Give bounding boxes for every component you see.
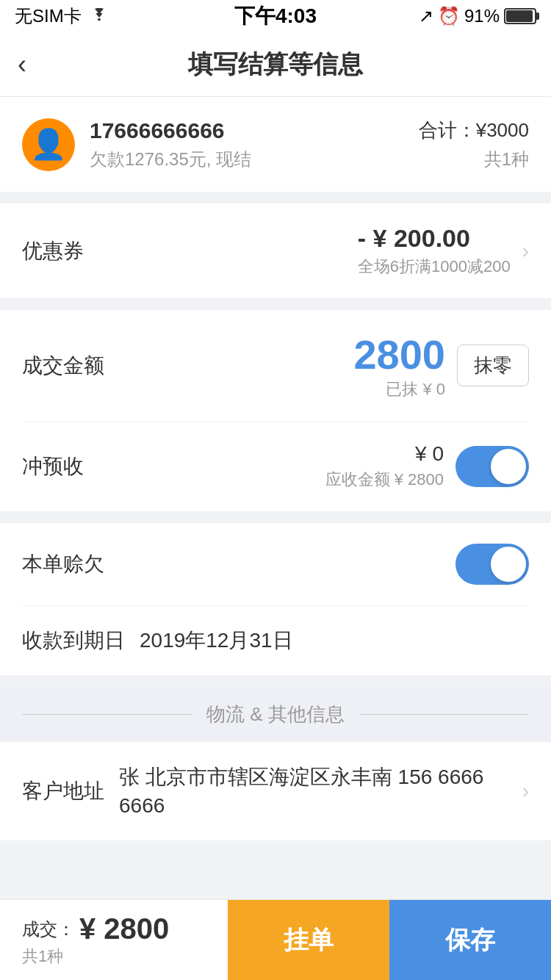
bottom-total-label: 成交： ¥ 2800 [22,912,206,945]
bottom-total: 成交： ¥ 2800 共1种 [0,912,228,968]
prepaid-row: 冲预收 ¥ 0 应收金额 ¥ 2800 [22,422,529,511]
content: 👤 17666666666 欠款1276.35元, 现结 合计：¥3000 共1… [0,97,551,980]
carrier-text: 无SIM卡 [15,4,82,28]
nav-bar: ‹ 填写结算等信息 [0,32,551,97]
status-time: 下午4:03 [234,2,317,30]
status-bar: 无SIM卡 下午4:03 ↗ ⏰ 91% [0,0,551,32]
section-line-right [359,714,529,715]
user-left: 👤 17666666666 欠款1276.35元, 现结 [22,118,251,171]
credit-toggle[interactable] [455,544,529,585]
coupon-right: - ¥ 200.00 全场6折满1000减200 › [358,224,529,278]
back-button[interactable]: ‹ [18,49,26,80]
section-line-left [22,714,192,715]
coupon-row[interactable]: 优惠券 - ¥ 200.00 全场6折满1000减200 › [22,203,529,298]
user-card: 👤 17666666666 欠款1276.35元, 现结 合计：¥3000 共1… [0,97,551,192]
total-count: 共1种 [419,148,529,171]
save-button[interactable]: 保存 [389,900,551,981]
section-divider-1 [0,298,551,310]
status-right: ↗ ⏰ 91% [419,6,536,26]
bottom-total-amount: ¥ 2800 [79,912,169,945]
location-icon: ↗ [419,6,433,26]
credit-card: 本单赊欠 收款到期日 2019年12月31日 [0,523,551,675]
credit-label: 本单赊欠 [22,550,104,578]
credit-row: 本单赊欠 [22,523,529,606]
address-row[interactable]: 客户地址 张 北京市市辖区海淀区永丰南 156 6666 6666 › [0,742,551,840]
prepaid-label: 冲预收 [22,453,84,480]
section-label-row: 物流 & 其他信息 [0,687,551,742]
page-title: 填写结算等信息 [188,48,363,82]
address-label: 客户地址 [22,777,104,805]
coupon-chevron-icon: › [522,239,529,263]
coupon-value: - ¥ 200.00 [358,224,511,253]
avatar: 👤 [22,118,75,171]
section-divider-2 [0,511,551,523]
coupon-card: 优惠券 - ¥ 200.00 全场6折满1000减200 › [0,203,551,298]
section-label-text: 物流 & 其他信息 [206,702,345,727]
toggle-knob [491,449,526,484]
battery-percent: 91% [464,6,500,26]
due-date-label: 收款到期日 [22,627,125,655]
credit-right [455,544,529,585]
battery-icon [504,8,536,24]
prepaid-right: ¥ 0 应收金额 ¥ 2800 [325,442,529,491]
wifi-icon [87,8,111,24]
prepaid-toggle[interactable] [455,446,529,487]
status-left: 无SIM卡 [15,4,111,28]
deal-amount-right: 2800 已抹 ¥ 0 抹零 [353,331,529,400]
round-zero-button[interactable]: 抹零 [457,345,529,386]
alarm-icon: ⏰ [438,6,460,26]
total-label: 合计：¥3000 [419,118,529,143]
prepaid-value: ¥ 0 [325,442,444,466]
bottom-bar: 成交： ¥ 2800 共1种 挂单 保存 [0,899,551,980]
deal-amount-label: 成交金额 [22,352,104,380]
avatar-icon: 👤 [30,127,67,162]
due-date-row: 收款到期日 2019年12月31日 [22,606,529,675]
bottom-total-count: 共1种 [22,945,206,968]
credit-toggle-knob [491,547,526,582]
coupon-label: 优惠券 [22,237,84,265]
prepaid-sub: 应收金额 ¥ 2800 [325,469,444,491]
deal-amount-card: 成交金额 2800 已抹 ¥ 0 抹零 冲预收 ¥ 0 应收金额 ¥ 2800 [0,310,551,511]
user-phone: 17666666666 [90,118,251,143]
section-divider-3 [0,675,551,687]
address-chevron-icon: › [522,779,529,803]
address-value: 张 北京市市辖区海淀区永丰南 156 6666 6666 [119,763,511,820]
user-info: 17666666666 欠款1276.35元, 现结 [90,118,251,171]
hold-button[interactable]: 挂单 [228,900,389,981]
due-date-value: 2019年12月31日 [140,627,293,655]
user-debt: 欠款1276.35元, 现结 [90,148,251,171]
user-right: 合计：¥3000 共1种 [419,118,529,171]
deal-amount-row: 成交金额 2800 已抹 ¥ 0 抹零 [22,310,529,422]
deal-amount-sub: 已抹 ¥ 0 [353,378,445,400]
deal-amount-value: 2800 [353,331,445,378]
coupon-sub: 全场6折满1000减200 [358,256,511,278]
